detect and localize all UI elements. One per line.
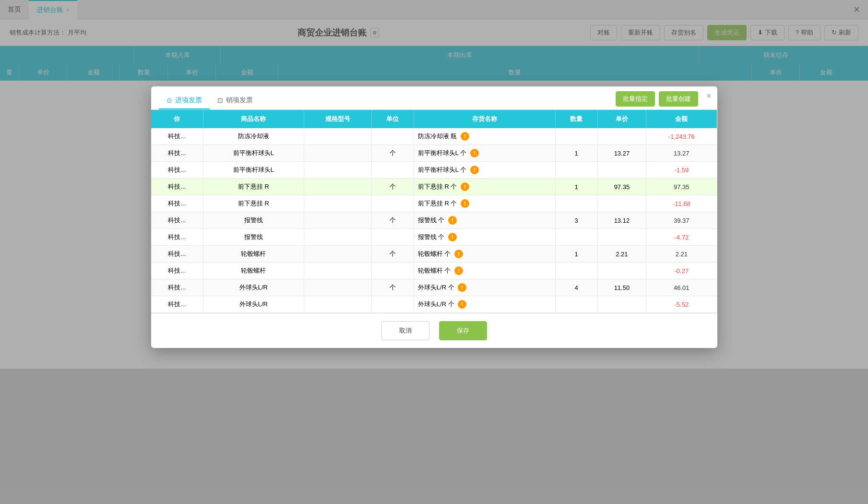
warning-icon: ! [461,132,469,141]
cell-unit [371,162,414,179]
cell-name: 前下悬挂 R [203,179,304,195]
tab-incoming-invoice[interactable]: ⊙ 进项发票 [159,92,210,109]
warning-icon: ! [448,216,457,225]
cell-id: 科技... [151,128,203,145]
cell-qty [555,195,597,212]
batch-assign-button[interactable]: 批量指定 [616,91,655,107]
cell-qty: 3 [555,212,597,229]
cell-price: 11.50 [597,279,646,296]
col-header-price: 单价 [597,110,646,128]
cell-unit: 个 [371,179,414,195]
cell-id: 科技... [151,179,203,195]
cell-price: 13.27 [597,145,646,162]
col-header-spec: 规格型号 [304,110,371,128]
cell-price [597,195,646,212]
cell-amount: 13.27 [646,145,717,162]
cell-inventory: 外球头L/R 个 ! [414,279,555,296]
modal-footer: 取消 保存 [151,313,717,348]
cell-id: 科技... [151,296,203,313]
cell-spec [304,246,371,263]
table-row: 科技... 轮毂螺杆 轮毂螺杆 个 ! -0.27 [151,263,717,279]
cell-spec [304,263,371,279]
cell-inventory: 外球头L/R 个 ! [414,296,555,313]
invoice-modal: ⊙ 进项发票 ⊡ 销项发票 批量指定 批量创建 × 你 商品名称 规格型号 单位… [151,86,717,348]
cell-price [597,263,646,279]
incoming-icon: ⊙ [166,96,172,104]
table-row: 科技... 前下悬挂 R 前下悬挂 R 个 ! -11.68 [151,195,717,212]
cell-qty: 1 [555,145,597,162]
cell-spec [304,145,371,162]
cell-amount: 97.35 [646,179,717,195]
cell-amount: -5.52 [646,296,717,313]
cell-amount: -11.68 [646,195,717,212]
batch-create-button[interactable]: 批量创建 [659,91,698,107]
cell-spec [304,179,371,195]
cell-id: 科技... [151,263,203,279]
modal-close-button[interactable]: × [706,91,712,101]
cell-name: 轮毂螺杆 [203,246,304,263]
table-row: 科技... 前下悬挂 R 个 前下悬挂 R 个 ! 1 97.35 97.35 [151,179,717,195]
cell-price [597,162,646,179]
cell-unit: 个 [371,145,414,162]
cell-inventory: 报警线 个 ! [414,212,555,229]
cell-id: 科技... [151,279,203,296]
cell-name: 报警线 [203,212,304,229]
warning-icon: ! [470,149,479,157]
cell-inventory: 轮毂螺杆 个 ! [414,246,555,263]
modal-header: ⊙ 进项发票 ⊡ 销项发票 批量指定 批量创建 × [151,86,717,110]
cell-price: 13.12 [597,212,646,229]
cell-amount: -1.59 [646,162,717,179]
table-row: 科技... 轮毂螺杆 个 轮毂螺杆 个 ! 1 2.21 2.21 [151,246,717,263]
warning-icon: ! [461,199,469,208]
cell-name: 前下悬挂 R [203,195,304,212]
cell-spec [304,296,371,313]
table-row: 科技... 报警线 个 报警线 个 ! 3 13.12 39.37 [151,212,717,229]
cell-amount: 2.21 [646,246,717,263]
cell-inventory: 前平衡杆球头L 个 ! [414,162,555,179]
cell-name: 防冻冷却液 [203,128,304,145]
cell-qty: 1 [555,246,597,263]
cancel-button[interactable]: 取消 [381,321,429,340]
cell-amount: -0.27 [646,263,717,279]
col-header-unit: 单位 [371,110,414,128]
warning-icon: ! [458,300,466,309]
warning-icon: ! [470,166,479,174]
warning-icon: ! [461,182,469,191]
cell-spec [304,279,371,296]
cell-price [597,128,646,145]
table-row: 科技... 前平衡杆球头L 个 前平衡杆球头L 个 ! 1 13.27 13.2… [151,145,717,162]
cell-id: 科技... [151,246,203,263]
cell-id: 科技... [151,145,203,162]
table-header-row: 你 商品名称 规格型号 单位 存货名称 数量 单价 金额 [151,110,717,128]
table-row: 科技... 报警线 报警线 个 ! -4.72 [151,229,717,246]
warning-icon: ! [454,266,463,275]
cell-amount: -1,243.76 [646,128,717,145]
tab-outgoing-invoice[interactable]: ⊡ 销项发票 [210,92,261,109]
cell-unit: 个 [371,246,414,263]
cell-inventory: 轮毂螺杆 个 ! [414,263,555,279]
cell-amount: 39.37 [646,212,717,229]
cell-qty [555,229,597,246]
cell-spec [304,195,371,212]
cell-inventory: 防冻冷却液 瓶 ! [414,128,555,145]
cell-qty [555,263,597,279]
warning-icon: ! [454,250,463,258]
col-header-id: 你 [151,110,203,128]
cell-id: 科技... [151,212,203,229]
cell-inventory: 前下悬挂 R 个 ! [414,195,555,212]
table-row: 科技... 前平衡杆球头L 前平衡杆球头L 个 ! -1.59 [151,162,717,179]
table-row: 科技... 外球头L/R 个 外球头L/R 个 ! 4 11.50 46.01 [151,279,717,296]
cell-amount: 46.01 [646,279,717,296]
cell-name: 外球头L/R [203,296,304,313]
warning-icon: ! [448,233,457,241]
save-button[interactable]: 保存 [439,321,487,340]
cell-id: 科技... [151,229,203,246]
col-header-inventory: 存货名称 [414,110,555,128]
cell-unit [371,296,414,313]
modal-body: 你 商品名称 规格型号 单位 存货名称 数量 单价 金额 科技... 防冻冷却液… [151,110,717,313]
cell-spec [304,212,371,229]
cell-price: 2.21 [597,246,646,263]
cell-price [597,229,646,246]
warning-icon: ! [458,283,466,292]
cell-qty [555,162,597,179]
